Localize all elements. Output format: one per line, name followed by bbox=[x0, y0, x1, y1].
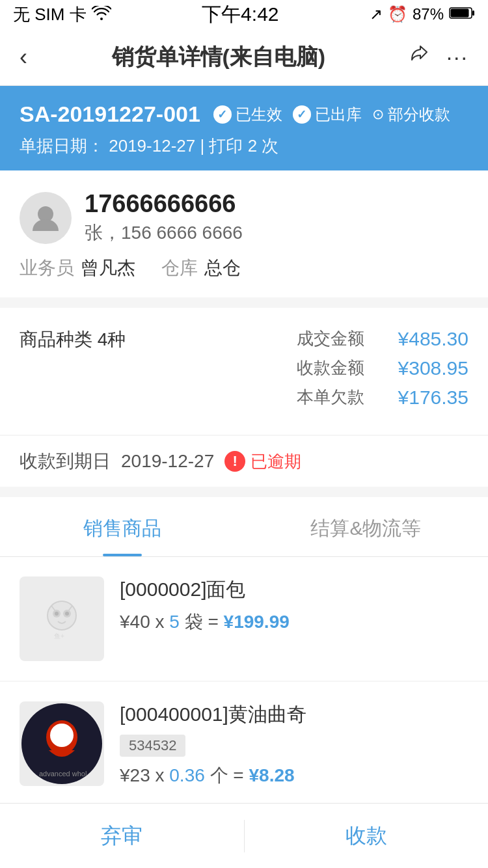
tab-settlement[interactable]: 结算&物流等 bbox=[244, 497, 488, 556]
warehouse-info: 仓库 总仓 bbox=[161, 256, 241, 280]
product-price-row-1: ¥40 x 5 袋 = ¥199.99 bbox=[120, 610, 468, 634]
product-qty-1: 5 bbox=[169, 612, 180, 632]
customer-top: 17666666666 张，156 6666 6666 bbox=[20, 190, 468, 245]
product-types-item: 商品种类 4种 bbox=[20, 327, 126, 352]
clock-icon: ⊙ bbox=[372, 106, 384, 123]
order-date-row: 单据日期： 2019-12-27 | 打印 2 次 bbox=[20, 135, 468, 157]
warehouse-value: 总仓 bbox=[204, 256, 241, 280]
product-price-row-2: ¥23 x 0.36 个 = ¥8.28 bbox=[120, 763, 468, 788]
product-name-2: [000400001]黄油曲奇 bbox=[120, 701, 468, 728]
back-button[interactable]: ‹ bbox=[20, 44, 27, 71]
page-title: 销货单详情(来自电脑) bbox=[112, 42, 326, 72]
overdue-text: 已逾期 bbox=[251, 450, 301, 473]
deal-amount-row: 成交金额 ¥485.30 bbox=[297, 327, 468, 350]
svg-point-7 bbox=[55, 612, 59, 616]
customer-section: 17666666666 张，156 6666 6666 业务员 曾凡杰 仓库 总… bbox=[0, 170, 488, 297]
svg-point-8 bbox=[65, 612, 69, 616]
order-header-banner: SA-20191227-001 ✓ 已生效 ✓ 已出库 ⊙ 部分收款 单据日期：… bbox=[0, 86, 488, 170]
more-button[interactable]: ··· bbox=[446, 44, 468, 70]
received-amount-row: 收款金额 ¥308.95 bbox=[297, 357, 468, 379]
svg-text:鱼+: 鱼+ bbox=[54, 632, 64, 640]
product-info-1: [0000002]面包 ¥40 x 5 袋 = ¥199.99 bbox=[120, 576, 468, 634]
salesperson-info: 业务员 曾凡杰 bbox=[20, 256, 135, 280]
salesperson-label: 业务员 bbox=[20, 256, 74, 280]
tab-products[interactable]: 销售商品 bbox=[0, 497, 244, 556]
avatar bbox=[20, 192, 72, 244]
status-left: 无 SIM 卡 bbox=[13, 3, 111, 26]
tab-underline bbox=[103, 554, 142, 556]
product-name-1: [0000002]面包 bbox=[120, 576, 468, 603]
share-button[interactable] bbox=[410, 44, 431, 70]
cancel-review-button[interactable]: 弃审 bbox=[0, 809, 244, 863]
tab-bar: 销售商品 结算&物流等 bbox=[0, 497, 488, 557]
battery-label: 87% bbox=[413, 5, 444, 23]
bottom-bar: 弃审 收款 bbox=[0, 803, 488, 868]
location-icon: ↗ bbox=[370, 5, 383, 23]
status-badges: ✓ 已生效 ✓ 已出库 ⊙ 部分收款 bbox=[213, 104, 450, 125]
badge-partial: ⊙ 部分收款 bbox=[372, 104, 450, 125]
summary-right: 成交金额 ¥485.30 收款金额 ¥308.95 本单欠款 ¥176.35 bbox=[297, 327, 468, 415]
received-amount-value: ¥308.95 bbox=[377, 357, 468, 379]
customer-sub-name: 张，156 6666 6666 bbox=[85, 221, 243, 245]
list-item: 鱼+ [0000002]面包 ¥40 x 5 袋 = ¥199.99 bbox=[0, 557, 488, 681]
collect-payment-button[interactable]: 收款 bbox=[245, 809, 489, 863]
product-thumbnail-1: 鱼+ bbox=[20, 576, 104, 661]
salesperson-value: 曾凡杰 bbox=[81, 256, 135, 280]
svg-text:advanced whol: advanced whol bbox=[39, 770, 87, 778]
carrier-label: 无 SIM 卡 bbox=[13, 3, 87, 26]
svg-rect-2 bbox=[450, 9, 468, 18]
deal-amount-label: 成交金额 bbox=[297, 327, 364, 350]
check-icon-2: ✓ bbox=[293, 105, 311, 124]
due-date-section: 收款到期日 2019-12-27 ! 已逾期 bbox=[0, 436, 488, 487]
nav-actions: ··· bbox=[410, 44, 468, 70]
svg-rect-1 bbox=[472, 10, 474, 16]
debt-amount-value: ¥176.35 bbox=[377, 387, 468, 409]
summary-section: 商品种类 4种 成交金额 ¥485.30 收款金额 ¥308.95 本单欠款 ¥… bbox=[0, 308, 488, 435]
status-right: ↗ ⏰ 87% bbox=[370, 5, 475, 23]
wifi-icon bbox=[92, 5, 111, 25]
check-icon: ✓ bbox=[213, 105, 232, 124]
warehouse-label: 仓库 bbox=[161, 256, 198, 280]
status-bar: 无 SIM 卡 下午4:42 ↗ ⏰ 87% bbox=[0, 0, 488, 29]
product-tag-2: 534532 bbox=[120, 735, 468, 757]
received-amount-label: 收款金额 bbox=[297, 357, 364, 379]
overdue-icon: ! bbox=[224, 451, 245, 472]
customer-name: 17666666666 bbox=[85, 190, 243, 218]
svg-point-12 bbox=[50, 724, 74, 747]
overdue-badge: ! 已逾期 bbox=[224, 450, 301, 473]
summary-left: 商品种类 4种 bbox=[20, 327, 126, 356]
debt-amount-label: 本单欠款 bbox=[297, 386, 364, 409]
product-total-2: ¥8.28 bbox=[249, 765, 294, 785]
badge-shipped: ✓ 已出库 bbox=[293, 104, 362, 125]
alarm-icon: ⏰ bbox=[388, 5, 407, 23]
list-item: advanced whol [000400001]黄油曲奇 534532 ¥23… bbox=[0, 682, 488, 807]
order-id: SA-20191227-001 bbox=[20, 102, 200, 127]
product-qty-2: 0.36 bbox=[169, 765, 205, 785]
battery-icon bbox=[449, 5, 475, 23]
product-info-2: [000400001]黄油曲奇 534532 ¥23 x 0.36 个 = ¥8… bbox=[120, 701, 468, 788]
customer-info-row: 业务员 曾凡杰 仓库 总仓 bbox=[20, 256, 468, 280]
nav-bar: ‹ 销货单详情(来自电脑) ··· bbox=[0, 29, 488, 86]
product-total-1: ¥199.99 bbox=[224, 612, 290, 632]
product-thumbnail-2: advanced whol bbox=[20, 701, 104, 786]
badge-effective: ✓ 已生效 bbox=[213, 104, 282, 125]
status-time: 下午4:42 bbox=[202, 1, 278, 28]
deal-amount-value: ¥485.30 bbox=[377, 328, 468, 350]
due-date-value: 2019-12-27 bbox=[121, 451, 214, 472]
debt-amount-row: 本单欠款 ¥176.35 bbox=[297, 386, 468, 409]
due-date-label: 收款到期日 bbox=[20, 449, 111, 474]
